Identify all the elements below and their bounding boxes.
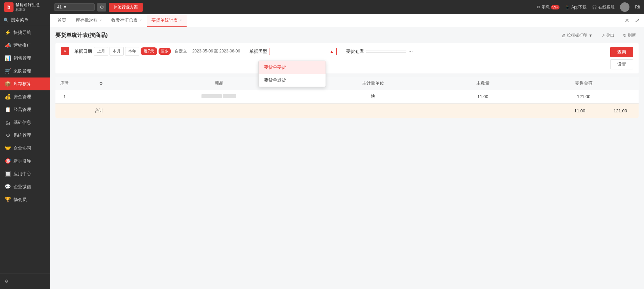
sidebar-item-guide[interactable]: 🎯 新手引导 [0, 155, 50, 168]
print-button[interactable]: 🖨 按模板打印 ▼ [559, 31, 595, 40]
refresh-button[interactable]: ↻ 刷新 [620, 31, 639, 40]
sidebar-search[interactable]: 🔍 搜索菜单 [0, 14, 50, 26]
sidebar-item-label: 采购管理 [14, 68, 31, 74]
member-icon: 🏆 [5, 197, 11, 203]
sidebar-item-member[interactable]: 🏆 畅会员 [0, 193, 50, 206]
print-icon: 🖨 [562, 33, 566, 38]
sidebar-item-operations[interactable]: 📋 经营管理 [0, 103, 50, 116]
filter-toggle-button[interactable]: » [61, 47, 69, 55]
wechat-icon: 💬 [5, 184, 11, 190]
type-dropdown[interactable]: ▲ [269, 48, 337, 55]
table-footer: 合计 11.00 121.00 [55, 103, 639, 118]
more-options-icon[interactable]: ··· [408, 48, 413, 54]
sidebar-item-label: 企业协同 [14, 145, 31, 151]
sidebar-item-basics[interactable]: 🗂 基础信息 [0, 116, 50, 129]
print-dropdown-icon: ▼ [589, 33, 593, 38]
sidebar-item-quick-nav[interactable]: ⚡ 快捷导航 [0, 26, 50, 39]
basics-icon: 🗂 [5, 120, 11, 126]
sidebar: 🔍 搜索菜单 ⚡ 快捷导航 📣 营销推广 📊 销售管理 🛒 采购管理 📦 库存核… [0, 14, 50, 289]
settings-gear-button[interactable]: ⚙ [97, 3, 106, 12]
sidebar-item-label: 基础信息 [14, 119, 31, 126]
recent-7days-button[interactable]: 近7天 [141, 47, 157, 55]
logo-area: b 畅捷通好生意 标准版 [4, 2, 54, 12]
export-button[interactable]: ↗ 导出 [599, 31, 617, 40]
page-content: 要货单统计表(按商品) 🖨 按模板打印 ▼ ↗ 导出 ↻ 刷新 [50, 27, 644, 289]
export-icon: ↗ [601, 33, 605, 38]
more-dates-button[interactable]: 更多 [159, 48, 171, 55]
filter-panel: » 单据日期 上月 本月 本年 近7天 更多 自定义 [55, 43, 639, 73]
company-selector[interactable]: 41 ▼ [54, 3, 95, 11]
quick-nav-icon: ⚡ [5, 29, 11, 36]
cell-product [128, 90, 309, 103]
tab-order-stats[interactable]: 要货单统计表 × [147, 14, 187, 27]
query-button[interactable]: 查询 [610, 47, 633, 57]
custom-date-button[interactable]: 自定义 [172, 47, 190, 55]
headset-icon: 🎧 [592, 5, 597, 9]
footer-quantity: 11.00 [566, 108, 593, 113]
col-settings[interactable]: ⚙ [74, 77, 128, 90]
online-service-button[interactable]: 🎧 在线客服 [592, 4, 615, 10]
sales-icon: 📊 [5, 55, 11, 61]
date-label: 单据日期 [74, 48, 92, 54]
user-name: Rit [635, 5, 640, 9]
guide-icon: 🎯 [5, 158, 11, 164]
sidebar-item-system[interactable]: ⚙ 系统管理 [0, 129, 50, 142]
system-icon: ⚙ [5, 132, 11, 138]
tab-expand-button[interactable]: ⤢ [633, 16, 641, 25]
search-label: 搜索菜单 [11, 17, 28, 23]
tab-home[interactable]: 首页 [53, 14, 71, 27]
inventory-icon: 📦 [5, 81, 11, 87]
product-placeholder [201, 94, 222, 98]
tab-recv-summary-label: 收发存汇总表 [111, 17, 138, 23]
filter-row: 单据日期 上月 本月 本年 近7天 更多 自定义 2023-05-06 至 20… [74, 47, 605, 55]
date-range-display: 2023-05-06 至 2023-06-06 [192, 48, 240, 54]
this-month-button[interactable]: 本月 [110, 47, 124, 55]
sidebar-item-finance[interactable]: 💰 资金管理 [0, 90, 50, 103]
tab-inventory-batch-close[interactable]: × [100, 18, 102, 22]
cell-settings [74, 90, 128, 103]
tab-close-all-button[interactable]: ✕ [622, 16, 631, 25]
warehouse-input[interactable] [366, 50, 406, 53]
dropdown-item-order-return[interactable]: 要货单退货 [259, 74, 326, 87]
export-label: 导出 [606, 32, 614, 38]
this-year-button[interactable]: 本年 [125, 47, 139, 55]
settings-icon: ⚙ [5, 279, 8, 284]
table-container: 序号 ⚙ 商品 主计量单位 主数量 零售金额 1 [55, 77, 639, 118]
trial-button[interactable]: 体验行业方案 [109, 3, 143, 12]
phone-icon: 📱 [565, 5, 570, 9]
tab-recv-summary[interactable]: 收发存汇总表 × [106, 14, 146, 27]
sidebar-item-sales[interactable]: 📊 销售管理 [0, 52, 50, 65]
message-button[interactable]: ✉ 消息 99+ [537, 4, 559, 10]
sidebar-item-wechat[interactable]: 💬 企业微信 [0, 180, 50, 193]
col-seq: 序号 [55, 77, 74, 90]
page-title: 要货单统计表(按商品) [55, 32, 108, 39]
sidebar-item-marketing[interactable]: 📣 营销推广 [0, 39, 50, 52]
tab-order-stats-label: 要货单统计表 [151, 17, 178, 23]
cell-quantity: 11.00 [437, 90, 529, 103]
col-unit: 主计量单位 [309, 77, 437, 90]
print-label: 按模板打印 [567, 32, 587, 38]
marketing-icon: 📣 [5, 42, 11, 48]
sidebar-item-label: 经营管理 [14, 107, 31, 113]
sidebar-item-inventory[interactable]: 📦 库存核算 [0, 77, 50, 90]
dropdown-arrow-icon: ▼ [63, 5, 67, 9]
sidebar-item-purchase[interactable]: 🛒 采购管理 [0, 65, 50, 77]
date-filter-group: 单据日期 上月 本月 本年 近7天 更多 自定义 [74, 47, 190, 55]
sidebar-item-app-center[interactable]: 🔲 应用中心 [0, 168, 50, 180]
sidebar-settings-button[interactable]: ⚙ [0, 276, 50, 286]
filter-buttons: 查询 设置 [610, 47, 633, 69]
filter-settings-button[interactable]: 设置 [610, 59, 633, 69]
sidebar-item-enterprise[interactable]: 🤝 企业协同 [0, 142, 50, 155]
last-month-button[interactable]: 上月 [94, 47, 108, 55]
app-download-label: App下载 [571, 4, 587, 10]
header-middle: 41 ▼ ⚙ 体验行业方案 [54, 3, 537, 12]
cell-unit: 块 [309, 90, 437, 103]
dropdown-item-order-goods[interactable]: 要货单要货 [259, 61, 326, 74]
tab-recv-summary-close[interactable]: × [140, 18, 142, 22]
refresh-label: 刷新 [628, 32, 636, 38]
warehouse-filter-group: 要货仓库 ··· [346, 48, 413, 54]
footer-amount: 121.00 [607, 108, 634, 113]
tab-inventory-batch[interactable]: 库存批次账 × [71, 14, 106, 27]
tab-order-stats-close[interactable]: × [180, 18, 182, 22]
app-download-button[interactable]: 📱 App下载 [565, 4, 587, 10]
